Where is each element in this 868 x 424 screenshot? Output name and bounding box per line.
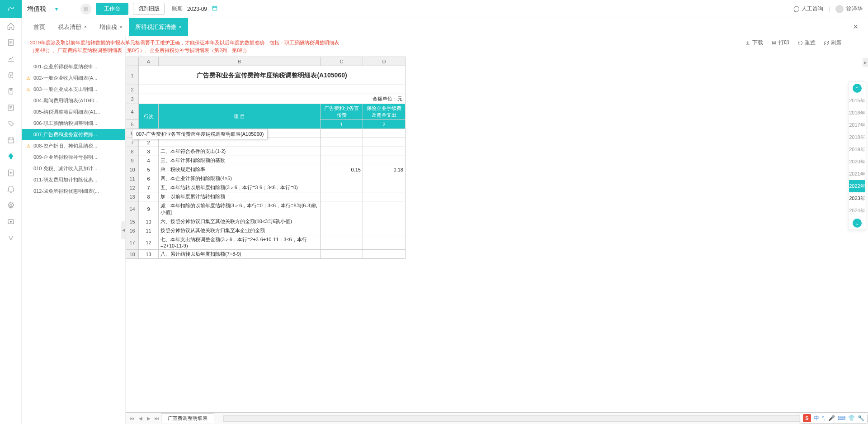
value-cell[interactable] [321,235,363,250]
label-cell[interactable]: 减：本年扣除的以前年度结转额[3＞6，本行=0；3≤6，本行=8与(6-3)孰小… [159,201,321,217]
seq-cell[interactable]: 3 [139,147,159,156]
col-header[interactable]: B [159,57,321,66]
row-header[interactable]: 11 [126,174,139,183]
row-header[interactable]: 15 [126,217,139,226]
settings-icon[interactable] [0,197,22,214]
tree-item[interactable]: 005-纳税调整项目明细表(A1... [22,106,125,118]
year-down-icon[interactable]: ⌄ [853,219,862,228]
row-header[interactable]: 17 [126,235,139,250]
row-header[interactable]: 13 [126,192,139,201]
tab-close-icon[interactable]: × [179,24,182,29]
value-cell[interactable] [363,217,406,226]
label-cell[interactable]: 六、按照分摊协议归集至其他关联方的金额(10≤3与6孰小值) [159,217,321,226]
value-cell[interactable] [363,183,406,192]
user-info[interactable]: 徐泽华 [835,5,863,13]
sheet-nav-prev-icon[interactable]: ◀ [137,416,145,421]
clipboard-icon[interactable] [0,83,22,100]
value-cell[interactable] [363,129,406,138]
tree-item[interactable]: ⚠003-一般企业成本支出明细... [22,84,125,95]
seq-cell[interactable]: 8 [139,192,159,201]
sheet-nav-next-icon[interactable]: ▶ [145,416,153,421]
label-cell[interactable]: 三、本年计算扣除限额的基数 [159,156,321,165]
label-cell[interactable]: 五、本年结转以后年度扣除额(3＞6，本行=3-6；3≤6，本行=0) [159,183,321,192]
value-cell[interactable] [363,192,406,201]
workspace-button[interactable]: 工作台 [96,3,128,15]
doc-button[interactable] [80,4,91,14]
sheet-tab[interactable]: 广宣费调整明细表 [161,413,214,423]
ime-punct-icon[interactable]: °, [822,415,826,421]
year-item[interactable]: 2022年 [849,180,865,192]
year-item[interactable]: 2021年 [849,168,865,180]
year-item[interactable]: 2015年 [849,95,865,107]
year-item[interactable]: 2020年 [849,156,865,168]
year-item[interactable]: 2023年 [849,192,865,205]
row-header[interactable]: 3 [126,94,139,104]
col-header[interactable]: C [321,57,363,66]
value-cell[interactable] [321,250,363,259]
year-item[interactable]: 2017年 [849,119,865,131]
v-icon[interactable] [0,230,22,246]
tax-icon[interactable] [0,148,22,165]
value-cell[interactable] [321,217,363,226]
sheet-nav-last-icon[interactable]: ⏭ [153,416,161,421]
calendar-picker-icon[interactable] [212,5,218,13]
notify-icon[interactable] [0,181,22,197]
value-cell[interactable] [363,250,406,259]
value-cell[interactable] [321,183,363,192]
tree-item[interactable]: 009-企业所得税弥补亏损明... [22,152,125,163]
year-item[interactable]: 2018年 [849,131,865,143]
tree-item[interactable]: 007-广告费和业务宣传费跨... [22,129,125,140]
tab[interactable]: 首页 [27,18,52,36]
label-cell[interactable]: 七、本年支出纳税调整金额(3＞6，本行=2+3-6+10-11；3≤6，本行=2… [159,235,321,250]
title-dropdown-icon[interactable]: ▾ [55,6,58,12]
tab-close-icon[interactable]: × [84,24,87,29]
tree-item[interactable]: 004-期间费用明细表(A1040... [22,95,125,106]
tab-close-icon[interactable]: × [120,24,123,29]
tabbar-close-icon[interactable]: × [849,22,863,32]
label-cell[interactable]: 二、本年符合条件的支出(1-2) [159,147,321,156]
value-cell[interactable] [321,192,363,201]
label-cell[interactable]: 八、累计结转以后年度扣除额(7+8-9) [159,250,321,259]
seq-cell[interactable]: 12 [139,235,159,250]
row-header[interactable]: 9 [126,156,139,165]
value-cell[interactable] [321,147,363,156]
horizontal-scrollbar[interactable] [223,415,868,422]
seq-cell[interactable]: 10 [139,217,159,226]
value-cell[interactable] [363,174,406,183]
value-cell[interactable] [363,147,406,156]
doc-icon[interactable] [0,34,22,51]
ime-keyboard-icon[interactable]: ⌨ [838,415,845,421]
value-cell[interactable] [321,129,363,138]
tab[interactable]: 税表清册× [52,18,93,36]
label-cell[interactable]: 加：以前年度累计结转扣除额 [159,192,321,201]
tree-item[interactable]: ⚠002-一般企业收入明细表(A... [22,72,125,84]
value-cell[interactable] [321,138,363,147]
row-header[interactable]: 16 [126,226,139,235]
seq-cell[interactable]: 9 [139,201,159,217]
tree-item[interactable]: 010-免税、减计收入及加计... [22,163,125,174]
row-header[interactable]: 1 [126,66,139,85]
video-icon[interactable] [0,214,22,230]
seq-cell[interactable]: 5 [139,165,159,174]
row-header[interactable]: 14 [126,201,139,217]
help-link[interactable]: 人工咨询 [793,5,823,13]
ime-logo-icon[interactable]: S [803,414,811,422]
ime-skin-icon[interactable]: 👕 [848,415,855,421]
tree-item[interactable]: 006-职工薪酬纳税调整明细... [22,118,125,129]
ime-mic-icon[interactable]: 🎤 [828,415,835,421]
value-cell[interactable] [321,201,363,217]
chart-icon[interactable] [0,51,22,67]
money-icon[interactable] [0,67,22,83]
tree-collapse-icon[interactable]: ◀ [121,221,126,239]
row-header[interactable]: 2 [126,85,139,94]
row-header[interactable]: 5 [126,120,139,129]
label-cell[interactable]: 四、本企业计算的扣除限额(4×5) [159,174,321,183]
value-cell[interactable] [363,156,406,165]
year-item[interactable]: 2024年 [849,205,865,217]
home-icon[interactable] [0,18,22,34]
switch-version-button[interactable]: 切到旧版 [133,3,165,15]
value-cell[interactable] [363,201,406,217]
label-cell[interactable]: 乘：税收规定扣除率 [159,165,321,174]
value-cell[interactable] [321,226,363,235]
col-header[interactable]: A [139,57,159,66]
